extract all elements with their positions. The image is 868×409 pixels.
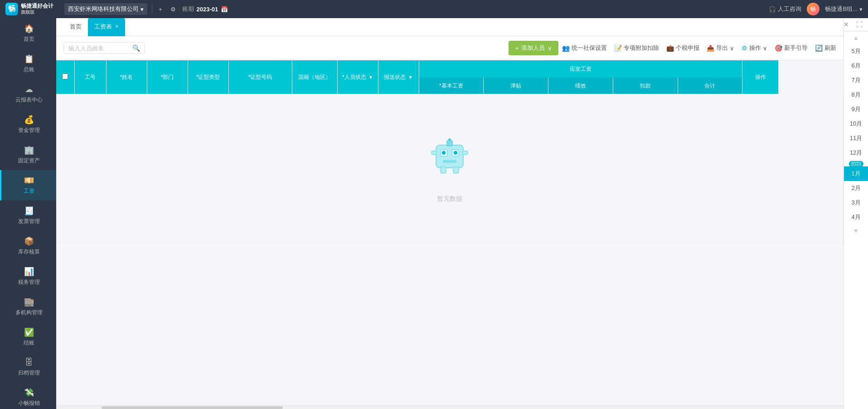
- month-item-12[interactable]: 12月: [844, 146, 868, 160]
- export-action[interactable]: 📤 导出 ∨: [707, 44, 734, 52]
- refresh-action[interactable]: 🔄 刷新: [815, 44, 836, 52]
- operations-action[interactable]: ⚙ 操作 ∨: [742, 44, 767, 52]
- headset-icon: 🎧: [769, 6, 776, 13]
- month-item-4[interactable]: 4月: [844, 210, 868, 224]
- refresh-icon: 🔄: [815, 44, 823, 52]
- sidebar-item-cloud-report[interactable]: ☁ 云报表中心: [0, 79, 56, 109]
- report-status-filter-icon[interactable]: ▼: [408, 75, 413, 80]
- search-icon[interactable]: 🔍: [132, 44, 140, 52]
- month-item-8[interactable]: 8月: [844, 88, 868, 102]
- table-wrap: 工号 *姓名 *部门 *证型类型 *证型号码 国籍（地区） *人员状态 ▼ 报送…: [56, 60, 844, 405]
- username-display[interactable]: 畅捷通B组... ▾: [825, 5, 863, 13]
- sidebar-item-expense[interactable]: 💸 小畅报销: [0, 382, 56, 409]
- social-insurance-action[interactable]: 👥 统一社保设置: [562, 44, 607, 52]
- fixed-assets-icon: 🏢: [24, 145, 34, 155]
- th-person-status: *人员状态 ▼: [337, 60, 378, 94]
- fund-icon: 💰: [24, 115, 34, 125]
- sidebar-item-archive-label: 归档管理: [18, 369, 40, 377]
- new-guide-action[interactable]: 🎯 新手引导: [775, 44, 808, 52]
- month-item-1-current[interactable]: 2023 1月: [844, 166, 868, 181]
- empty-robot-icon: [427, 134, 472, 188]
- th-base-salary: *基本工资: [419, 78, 484, 94]
- toolbar-right: 👥 统一社保设置 📝 专项附加扣除 💼 个税申报 📤 导出 ∨ ⚙: [562, 44, 836, 52]
- month-item-2[interactable]: 2月: [844, 181, 868, 195]
- operations-arrow: ∨: [763, 45, 767, 52]
- panel-maximize-button[interactable]: ⛶: [854, 20, 864, 29]
- month-item-9[interactable]: 9月: [844, 102, 868, 117]
- sidebar-item-ledger-label: 总账: [24, 66, 34, 73]
- tab-salary[interactable]: 工资表 ✕: [88, 18, 125, 36]
- calendar-icon[interactable]: 📅: [221, 6, 228, 13]
- select-all-checkbox[interactable]: [62, 73, 68, 79]
- special-deduct-action[interactable]: 📝 专项附加扣除: [614, 44, 659, 52]
- company-selector[interactable]: 西安虾米网络科技有限公司 ▾: [64, 3, 147, 15]
- sidebar-item-multi-org[interactable]: 🏬 多机构管理: [0, 292, 56, 322]
- personal-tax-action[interactable]: 💼 个税申报: [666, 44, 699, 52]
- export-label: 导出: [716, 44, 728, 52]
- sidebar-item-tax-label: 税务管理: [18, 278, 40, 286]
- sidebar-item-ledger[interactable]: 📋 总账: [0, 49, 56, 79]
- empty-state: 暂无数据: [61, 97, 839, 239]
- sidebar-item-home[interactable]: 🏠 首页: [0, 18, 56, 49]
- sidebar-item-salary[interactable]: 💴 工资: [0, 170, 56, 200]
- add-company-button[interactable]: +: [157, 4, 164, 15]
- sidebar-item-invoice[interactable]: 🧾 发票管理: [0, 200, 56, 231]
- horizontal-scrollbar[interactable]: [56, 405, 844, 409]
- company-name: 西安虾米网络科技有限公司: [68, 5, 139, 13]
- sidebar-item-settle-label: 结账: [24, 339, 34, 347]
- svg-rect-5: [443, 160, 456, 163]
- customer-service-button[interactable]: 🎧 人工咨询: [769, 5, 801, 13]
- sidebar-item-tax[interactable]: 📊 税务管理: [0, 261, 56, 292]
- inventory-icon: 📦: [24, 236, 34, 246]
- export-icon: 📤: [707, 44, 714, 52]
- add-person-arrow: ∨: [548, 45, 552, 52]
- month-item-3[interactable]: 3月: [844, 195, 868, 210]
- expense-icon: 💸: [24, 388, 34, 398]
- ledger-icon: 📋: [24, 54, 34, 64]
- tax-icon: 📊: [24, 267, 34, 277]
- logo-icon: 畅: [5, 3, 18, 15]
- th-num: 工号: [74, 60, 106, 94]
- month-panel-up-button[interactable]: ▲: [844, 31, 868, 44]
- sidebar: 🏠 首页 📋 总账 ☁ 云报表中心 💰 资金管理 🏢 固定资产 💴 工资 🧾 发…: [0, 18, 56, 409]
- sidebar-item-settle[interactable]: ✅ 结账: [0, 322, 56, 352]
- sidebar-item-inventory[interactable]: 📦 库存核算: [0, 231, 56, 261]
- sidebar-item-multi-org-label: 多机构管理: [15, 309, 43, 316]
- new-guide-label: 新手引导: [784, 44, 808, 52]
- add-person-button[interactable]: + 添加人员 ∨: [509, 41, 558, 55]
- special-deduct-label: 专项附加扣除: [624, 44, 659, 52]
- svg-rect-11: [441, 167, 446, 173]
- sidebar-item-fixed-assets[interactable]: 🏢 固定资产: [0, 140, 56, 170]
- scroll-thumb[interactable]: [102, 406, 283, 409]
- social-insurance-icon: 👥: [562, 44, 570, 52]
- th-checkbox[interactable]: [56, 60, 74, 94]
- sidebar-item-invoice-label: 发票管理: [18, 218, 40, 225]
- user-avatar[interactable]: 畅: [807, 3, 820, 15]
- divider-1: [152, 5, 152, 14]
- month-item-5[interactable]: 5月: [844, 44, 868, 58]
- panel-close-button[interactable]: ✕: [844, 20, 851, 29]
- month-panel-down-button[interactable]: ▼: [844, 224, 868, 237]
- search-input[interactable]: [68, 45, 130, 52]
- th-total: 合计: [678, 78, 742, 94]
- empty-state-cell: 暂无数据: [56, 94, 844, 243]
- tab-home[interactable]: 首页: [63, 18, 88, 36]
- app-name: 畅捷通好会计: [21, 3, 53, 9]
- month-item-11[interactable]: 11月: [844, 131, 868, 146]
- month-item-6[interactable]: 6月: [844, 58, 868, 73]
- settings-button[interactable]: ⚙: [169, 4, 178, 15]
- salary-table: 工号 *姓名 *部门 *证型类型 *证型号码 国籍（地区） *人员状态 ▼ 报送…: [56, 60, 844, 243]
- sidebar-item-archive[interactable]: 🗄 归档管理: [0, 352, 56, 382]
- home-icon: 🏠: [24, 24, 34, 34]
- month-item-7[interactable]: 7月: [844, 73, 868, 88]
- multi-org-icon: 🏬: [24, 297, 34, 307]
- tab-salary-close[interactable]: ✕: [115, 24, 119, 29]
- person-status-filter-icon[interactable]: ▼: [369, 75, 373, 80]
- export-arrow: ∨: [730, 45, 734, 52]
- th-deduction: 扣款: [613, 78, 678, 94]
- sidebar-item-expense-label: 小畅报销: [18, 399, 40, 407]
- sidebar-item-fund[interactable]: 💰 资金管理: [0, 109, 56, 140]
- month-item-10[interactable]: 10月: [844, 117, 868, 131]
- company-dropdown-icon: ▾: [141, 6, 144, 13]
- add-person-icon: +: [515, 45, 519, 52]
